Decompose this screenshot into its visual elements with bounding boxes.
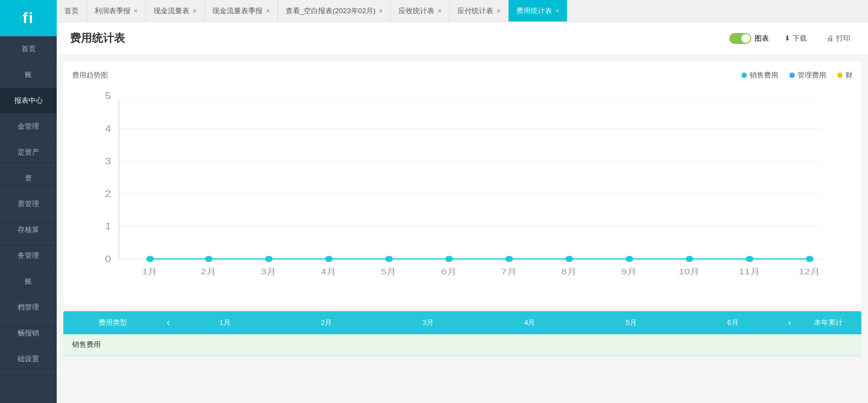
svg-text:3月: 3月 xyxy=(261,267,277,277)
svg-text:6月: 6月 xyxy=(441,267,457,277)
svg-text:5: 5 xyxy=(105,91,111,101)
tab-receivable[interactable]: 应收统计表 × xyxy=(391,0,450,22)
header-actions: 图表 ⬇ 下载 🖨 打印 xyxy=(729,31,855,46)
svg-point-28 xyxy=(325,256,332,262)
td-total xyxy=(795,334,861,356)
page-title: 费用统计表 xyxy=(70,31,125,46)
legend-admin-label: 管理费用 xyxy=(798,70,826,80)
svg-text:9月: 9月 xyxy=(621,267,637,277)
th-total: 本年累计 xyxy=(795,311,861,334)
svg-text:2月: 2月 xyxy=(201,267,217,277)
tabs-bar: 首页 利润表季报 × 现金流量表 × 现金流量表季报 × 查看_空白报表(202… xyxy=(57,0,868,22)
svg-text:11月: 11月 xyxy=(739,267,760,277)
sidebar-item-invoice[interactable]: 票管理 xyxy=(0,191,57,217)
chart-section: 费用趋势图 销售费用 管理费用 财 xyxy=(63,62,861,305)
tab-expense-close[interactable]: × xyxy=(555,7,559,15)
table-header: 费用类型 ‹ 1月 2月 3月 4月 5月 6月 › 本年累计 xyxy=(63,311,861,334)
sidebar-item-assets[interactable]: 定资产 xyxy=(0,140,57,165)
chart-toggle-label: 图表 xyxy=(755,34,769,43)
svg-text:4月: 4月 xyxy=(321,267,337,277)
th-month-4: 4月 xyxy=(479,311,581,334)
print-button[interactable]: 🖨 打印 xyxy=(822,31,855,46)
sidebar-item-service[interactable]: 务管理 xyxy=(0,243,57,269)
th-month-2: 2月 xyxy=(276,311,378,334)
main-area: 首页 利润表季报 × 现金流量表 × 现金流量表季报 × 查看_空白报表(202… xyxy=(57,0,868,403)
tab-cashflow-quarterly-close[interactable]: × xyxy=(266,7,270,15)
svg-text:8月: 8月 xyxy=(561,267,577,277)
table-row: 销售费用 xyxy=(63,334,861,356)
tab-payable[interactable]: 应付统计表 × xyxy=(450,0,509,22)
tab-blank-report-close[interactable]: × xyxy=(379,7,383,15)
td-val-1 xyxy=(171,334,274,356)
td-val-6 xyxy=(684,334,787,356)
svg-point-32 xyxy=(565,256,573,262)
tab-cashflow-quarterly[interactable]: 现金流量表季报 × xyxy=(205,0,278,22)
th-nav-next[interactable]: › xyxy=(784,311,795,334)
svg-point-30 xyxy=(445,256,453,262)
tab-blank-report-label: 查看_空白报表(2023年02月) xyxy=(286,6,375,16)
sidebar-item-account[interactable]: 账 xyxy=(0,62,57,88)
legend-finance: 财 xyxy=(837,70,853,80)
legend-admin: 管理费用 xyxy=(789,70,826,80)
tab-cashflow[interactable]: 现金流量表 × xyxy=(146,0,205,22)
chart-legend: 销售费用 管理费用 财 xyxy=(741,70,853,80)
tab-profit[interactable]: 利润表季报 × xyxy=(87,0,146,22)
tab-profit-label: 利润表季报 xyxy=(95,6,130,16)
svg-text:7月: 7月 xyxy=(501,267,517,277)
svg-text:5月: 5月 xyxy=(381,267,397,277)
chart-container: 0 1 2 3 4 5 1月 2月 3月 4 xyxy=(72,87,853,296)
tab-payable-close[interactable]: × xyxy=(496,7,500,15)
tab-cashflow-quarterly-label: 现金流量表季报 xyxy=(212,6,263,16)
svg-text:4: 4 xyxy=(105,124,111,134)
svg-point-25 xyxy=(146,256,154,262)
svg-point-27 xyxy=(265,256,272,262)
sidebar-item-expense[interactable]: 畅报销 xyxy=(0,321,57,346)
svg-text:1: 1 xyxy=(105,222,111,231)
th-type: 费用类型 xyxy=(63,311,162,334)
sidebar-item-inventory[interactable]: 存核算 xyxy=(0,217,57,243)
download-button[interactable]: ⬇ 下载 xyxy=(780,31,811,46)
tab-cashflow-label: 现金流量表 xyxy=(154,6,189,16)
th-month-3: 3月 xyxy=(377,311,479,334)
sidebar-item-cash[interactable]: 金管理 xyxy=(0,114,57,140)
print-icon: 🖨 xyxy=(827,34,834,42)
expense-table: 费用类型 ‹ 1月 2月 3月 4月 5月 6月 › 本年累计 销售费用 xyxy=(63,311,861,356)
sidebar-item-home[interactable]: 首页 xyxy=(0,36,57,62)
tab-receivable-close[interactable]: × xyxy=(438,7,441,15)
td-spacer-prev xyxy=(162,334,171,356)
sidebar-item-settings[interactable]: 础设置 xyxy=(0,346,57,372)
tab-cashflow-close[interactable]: × xyxy=(193,7,196,15)
svg-text:12月: 12月 xyxy=(799,267,820,277)
chart-svg: 0 1 2 3 4 5 1月 2月 3月 4 xyxy=(72,87,853,296)
sidebar-item-reports[interactable]: 报表中心 xyxy=(0,88,57,114)
svg-point-31 xyxy=(505,256,513,262)
tab-home[interactable]: 首页 xyxy=(57,0,87,22)
sidebar-item-archive[interactable]: 档管理 xyxy=(0,295,57,321)
svg-point-29 xyxy=(385,256,393,262)
legend-sales-label: 销售费用 xyxy=(750,70,778,80)
tab-home-label: 首页 xyxy=(64,6,79,16)
th-month-5: 5月 xyxy=(581,311,683,334)
svg-point-26 xyxy=(205,256,212,262)
sidebar-logo: fi xyxy=(0,0,57,36)
svg-point-35 xyxy=(746,256,754,262)
tab-blank-report[interactable]: 查看_空白报表(2023年02月) × xyxy=(278,0,391,22)
chart-header: 费用趋势图 销售费用 管理费用 财 xyxy=(72,70,853,80)
td-val-5 xyxy=(581,334,684,356)
svg-point-36 xyxy=(806,256,814,262)
td-val-3 xyxy=(376,334,479,356)
legend-sales: 销售费用 xyxy=(741,70,778,80)
td-spacer-next xyxy=(787,334,795,356)
tab-expense[interactable]: 费用统计表 × xyxy=(509,0,567,22)
svg-text:2: 2 xyxy=(105,189,111,199)
td-type: 销售费用 xyxy=(63,334,162,356)
print-label: 打印 xyxy=(836,34,850,43)
tab-profit-close[interactable]: × xyxy=(134,7,138,15)
legend-finance-label: 财 xyxy=(845,70,853,80)
chart-toggle[interactable] xyxy=(729,33,751,44)
sidebar-item-invest[interactable]: 资 xyxy=(0,165,57,191)
svg-text:10月: 10月 xyxy=(679,267,700,277)
sidebar-item-ledger[interactable]: 账 xyxy=(0,269,57,295)
legend-dot-finance xyxy=(837,73,843,78)
th-nav-prev[interactable]: ‹ xyxy=(162,311,174,334)
